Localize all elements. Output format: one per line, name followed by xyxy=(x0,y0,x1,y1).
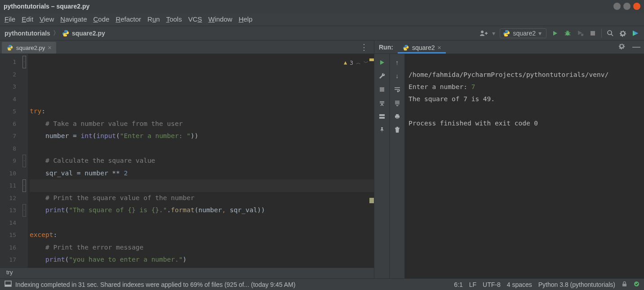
chevron-up-icon[interactable]: ︿ xyxy=(356,57,361,69)
add-config-icon[interactable] xyxy=(480,29,488,37)
python-icon xyxy=(503,30,510,37)
svg-rect-2 xyxy=(591,31,595,36)
maximize-icon[interactable] xyxy=(623,3,631,10)
scroll-end-icon[interactable] xyxy=(393,99,401,107)
editor-tab[interactable]: square2.py ✕ xyxy=(2,42,56,54)
gear-icon[interactable] xyxy=(619,29,627,37)
python-icon xyxy=(402,44,409,51)
rerun-icon[interactable] xyxy=(378,58,386,67)
run-config-name: square2 xyxy=(513,30,536,37)
lock-icon[interactable] xyxy=(622,281,627,288)
console-path: /home/fahmida/PycharmProjects/pythontuto… xyxy=(409,71,608,78)
run-pane: Run: square2 ✕ — xyxy=(374,40,644,278)
restore-layout-icon[interactable] xyxy=(378,112,386,120)
search-icon[interactable] xyxy=(606,29,614,37)
svg-point-3 xyxy=(608,31,612,35)
menu-view[interactable]: View xyxy=(40,15,54,23)
console-prompt: Enter a number: xyxy=(409,83,471,90)
minimize-icon[interactable] xyxy=(613,3,621,10)
close-icon[interactable] xyxy=(633,3,640,10)
console-result: The square of 7 is 49. xyxy=(409,95,495,103)
menu-vcs[interactable]: VCS xyxy=(188,15,202,23)
run-icon[interactable] xyxy=(551,29,559,37)
menu-edit[interactable]: Edit xyxy=(22,15,33,23)
more-icon[interactable]: ⋮ xyxy=(355,42,374,52)
status-ok-icon[interactable] xyxy=(634,281,640,288)
menu-navigate[interactable]: Navigate xyxy=(60,15,87,23)
status-indent[interactable]: 4 spaces xyxy=(507,281,532,288)
debug-icon[interactable] xyxy=(564,29,572,37)
svg-rect-4 xyxy=(380,87,384,92)
svg-rect-6 xyxy=(379,117,385,119)
editor[interactable]: 1234567891011121314151617 ---- ▲ 3 ︿ ﹀ t… xyxy=(0,54,374,268)
svg-rect-12 xyxy=(622,284,626,286)
svg-rect-9 xyxy=(396,117,399,119)
svg-rect-8 xyxy=(396,114,399,116)
wrap-icon[interactable] xyxy=(393,85,401,94)
wrench-icon[interactable] xyxy=(378,72,386,80)
trash-icon[interactable] xyxy=(393,126,401,134)
main: square2.py ✕ ⋮ 1234567891011121314151617… xyxy=(0,40,644,278)
warning-count: 3 xyxy=(350,57,353,69)
editor-pane: square2.py ✕ ⋮ 1234567891011121314151617… xyxy=(0,40,374,278)
up-icon[interactable]: ↑ xyxy=(393,58,401,67)
run-header: Run: square2 ✕ — xyxy=(374,40,644,54)
run-tab-label: square2 xyxy=(412,44,435,51)
svg-point-13 xyxy=(634,281,639,286)
menu-file[interactable]: File xyxy=(4,15,15,23)
menu-window[interactable]: Window xyxy=(209,15,232,23)
pin-icon[interactable] xyxy=(378,126,386,134)
hide-icon[interactable]: — xyxy=(629,42,644,52)
menu-code[interactable]: Code xyxy=(93,15,110,23)
statusbar: Indexing completed in 31 sec. Shared ind… xyxy=(0,278,644,290)
menubar: File Edit View Navigate Code Refactor Ru… xyxy=(0,13,644,26)
run-toolbar-left xyxy=(374,54,390,278)
status-message: Indexing completed in 31 sec. Shared ind… xyxy=(15,281,295,288)
breadcrumb-sep: 〉 xyxy=(53,29,59,37)
run-config-selector[interactable]: square2 ▾ xyxy=(500,28,546,38)
status-lineend[interactable]: LF xyxy=(469,281,476,288)
python-file-icon xyxy=(62,30,69,37)
toolwindow-toggle-icon[interactable] xyxy=(4,280,12,289)
menu-tools[interactable]: Tools xyxy=(166,15,182,23)
menu-help[interactable]: Help xyxy=(239,15,253,23)
tab-close-icon[interactable]: ✕ xyxy=(48,45,52,51)
console-input: 7 xyxy=(471,83,475,90)
svg-rect-11 xyxy=(5,285,11,286)
run-toolbar-right: ↑ ↓ xyxy=(390,54,405,278)
run-tab[interactable]: square2 ✕ xyxy=(398,41,446,54)
menu-run[interactable]: Run xyxy=(147,15,160,23)
chevron-down-icon: ▾ xyxy=(538,30,542,37)
gear-icon[interactable] xyxy=(615,43,629,51)
down-icon[interactable]: ↓ xyxy=(393,72,401,80)
layout-icon[interactable] xyxy=(378,99,386,107)
breadcrumb[interactable]: pythontutorials 〉 square2.py xyxy=(4,29,480,37)
run-tab-close-icon[interactable]: ✕ xyxy=(437,45,441,51)
breadcrumb-project[interactable]: pythontutorials xyxy=(4,30,50,37)
brand-icon[interactable] xyxy=(631,29,640,37)
svg-point-0 xyxy=(566,32,569,36)
coverage-icon[interactable] xyxy=(576,29,584,37)
status-caret[interactable]: 6:1 xyxy=(454,281,462,288)
context-label: try xyxy=(6,269,13,276)
status-interpreter[interactable]: Python 3.8 (pythontutorials) xyxy=(538,281,615,288)
print-icon[interactable] xyxy=(393,112,401,120)
editor-tab-label: square2.py xyxy=(16,45,45,51)
stop-icon[interactable] xyxy=(589,29,597,37)
fold-gutter[interactable]: ---- xyxy=(21,54,28,268)
stop-icon[interactable] xyxy=(378,85,386,94)
scrollbar[interactable] xyxy=(369,54,374,268)
warning-icon: ▲ xyxy=(344,57,347,69)
code-breadcrumb[interactable]: try xyxy=(0,268,374,278)
breadcrumb-file[interactable]: square2.py xyxy=(72,30,105,37)
menu-refactor[interactable]: Refactor xyxy=(115,15,141,23)
python-file-icon xyxy=(6,44,13,51)
inspection-badge[interactable]: ▲ 3 ︿ ﹀ xyxy=(343,57,369,69)
svg-rect-5 xyxy=(379,114,385,116)
code-area[interactable]: ▲ 3 ︿ ﹀ try: # Take a number value from … xyxy=(28,54,374,268)
svg-rect-1 xyxy=(581,34,583,36)
status-encoding[interactable]: UTF-8 xyxy=(483,281,501,288)
console[interactable]: /home/fahmida/PycharmProjects/pythontuto… xyxy=(405,54,644,278)
editor-tabs: square2.py ✕ ⋮ xyxy=(0,40,374,54)
chevron-down-icon[interactable]: ﹀ xyxy=(364,57,369,69)
